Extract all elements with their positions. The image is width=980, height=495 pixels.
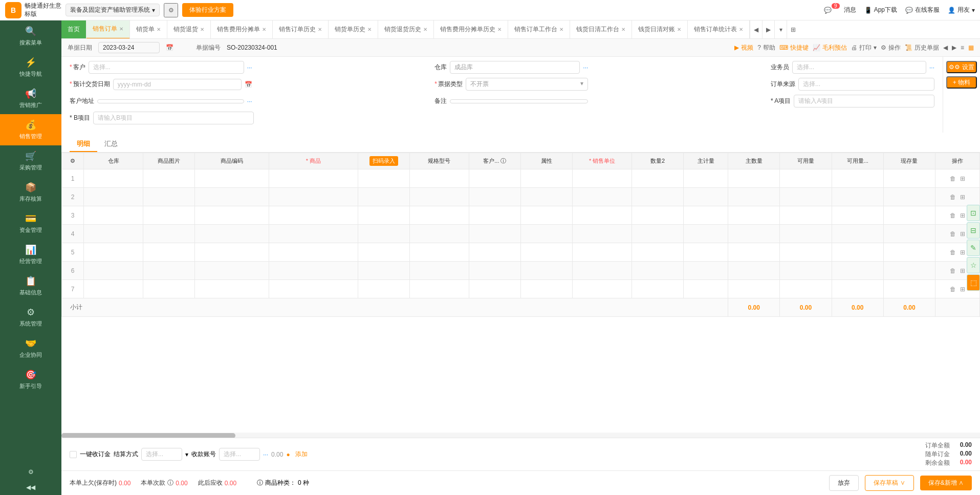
tab-close-goods-history[interactable]: ✕ bbox=[367, 27, 372, 32]
b-project-input[interactable]: 请输入B项目 bbox=[93, 112, 254, 124]
sidebar-item-system[interactable]: ⚙ 系统管理 bbox=[0, 302, 61, 333]
tab-close-sales-goods[interactable]: ✕ bbox=[157, 27, 161, 32]
row-delete-icon[interactable]: 🗑 bbox=[950, 193, 956, 201]
remark-input[interactable] bbox=[450, 99, 588, 103]
trial-button[interactable]: 体验行业方案 bbox=[182, 3, 233, 17]
tab-next-btn[interactable]: ▶ bbox=[762, 20, 774, 39]
salesperson-ellipsis[interactable]: ··· bbox=[929, 64, 934, 71]
help-btn[interactable]: ? 帮助 bbox=[757, 44, 775, 52]
account-select[interactable]: 选择... bbox=[219, 448, 260, 461]
warehouse-input[interactable]: 成品库 bbox=[450, 61, 580, 74]
row-copy-icon[interactable]: ⊞ bbox=[960, 286, 965, 293]
app-download-button[interactable]: 📱 App下载 bbox=[864, 6, 897, 14]
row-delete-icon[interactable]: 🗑 bbox=[950, 267, 956, 274]
tab-order-workbench[interactable]: 销售订单工作台 ✕ bbox=[508, 20, 570, 39]
float-btn-1[interactable]: ⊡ bbox=[967, 205, 980, 221]
next-record-btn[interactable]: ▶ bbox=[952, 44, 956, 51]
tab-close-stats[interactable]: ✕ bbox=[739, 27, 743, 32]
tab-close-expense-split[interactable]: ✕ bbox=[262, 27, 266, 32]
sub-tab-detail[interactable]: 明细 bbox=[70, 137, 97, 152]
message-button[interactable]: 💬 9 消息 bbox=[824, 6, 856, 14]
sidebar-settings-btn[interactable]: ⚙ bbox=[0, 464, 61, 480]
tab-daily-workbench[interactable]: 钱货日清工作台 ✕ bbox=[570, 20, 632, 39]
row-delete-icon[interactable]: 🗑 bbox=[950, 212, 956, 219]
row-copy-icon[interactable]: ⊞ bbox=[960, 175, 965, 182]
row-delete-icon[interactable]: 🗑 bbox=[950, 249, 956, 256]
tab-menu-btn[interactable]: ▾ bbox=[774, 20, 787, 39]
sidebar-collapse-btn[interactable]: ◀◀ bbox=[0, 480, 61, 495]
tab-close-order-workbench[interactable]: ✕ bbox=[559, 27, 563, 32]
invoice-select[interactable]: 不开票 ▾ bbox=[466, 78, 588, 91]
a-project-input[interactable]: 请输入A项目 bbox=[794, 95, 934, 107]
system-name-selector[interactable]: 装备及固定资产辅助管理系统 ▾ bbox=[66, 4, 160, 16]
tab-daily-reconcile[interactable]: 钱货日清对账 ✕ bbox=[632, 20, 688, 39]
sidebar-item-purchase[interactable]: 🛒 采购管理 bbox=[0, 145, 61, 177]
scan-button[interactable]: 扫码录入 bbox=[369, 156, 398, 166]
row-copy-icon[interactable]: ⊞ bbox=[960, 249, 965, 256]
settings-panel-btn[interactable]: ⚙ ⚙ 设置 bbox=[946, 61, 977, 73]
sidebar-item-sales[interactable]: 💰 销售管理 bbox=[0, 114, 61, 145]
sidebar-item-basic[interactable]: 📋 基础信息 bbox=[0, 270, 61, 302]
tab-close-daily-workbench[interactable]: ✕ bbox=[621, 27, 625, 32]
sub-tab-summary[interactable]: 汇总 bbox=[97, 137, 125, 152]
row-copy-icon[interactable]: ⊞ bbox=[960, 193, 965, 201]
horizontal-scrollbar[interactable] bbox=[61, 433, 980, 438]
tab-close-daily-reconcile[interactable]: ✕ bbox=[677, 27, 681, 32]
add-material-btn[interactable]: + 物料 bbox=[946, 76, 977, 89]
calendar-icon[interactable]: 📅 bbox=[166, 44, 173, 51]
row-delete-icon[interactable]: 🗑 bbox=[950, 286, 956, 293]
tab-close-expense-history[interactable]: ✕ bbox=[497, 27, 502, 32]
profit-btn[interactable]: 📈 毛利预估 bbox=[813, 44, 847, 52]
tab-expense-history[interactable]: 销售费用分摊单历史 ✕ bbox=[434, 20, 508, 39]
warehouse-ellipsis[interactable]: ··· bbox=[583, 64, 588, 71]
tab-maximize-btn[interactable]: ⊞ bbox=[787, 20, 799, 39]
tile-view-btn[interactable]: ▦ bbox=[968, 44, 974, 51]
salesperson-input[interactable]: 选择... bbox=[792, 61, 926, 74]
row-copy-icon[interactable]: ⊞ bbox=[960, 230, 965, 238]
tab-close-order-history[interactable]: ✕ bbox=[318, 27, 322, 32]
tab-close-return-history[interactable]: ✕ bbox=[423, 27, 427, 32]
float-btn-4[interactable]: ☆ bbox=[967, 257, 980, 273]
row-copy-icon[interactable]: ⊞ bbox=[960, 212, 965, 219]
tab-return-history[interactable]: 销货退货历史 ✕ bbox=[378, 20, 434, 39]
date-input[interactable]: 2023-03-24 bbox=[98, 42, 160, 53]
print-btn[interactable]: 🖨 打印 ▾ bbox=[851, 44, 877, 52]
operate-btn[interactable]: ⚙ 操作 bbox=[881, 44, 901, 52]
sidebar-item-ops[interactable]: 📊 经营管理 bbox=[0, 239, 61, 270]
customer-input[interactable]: 选择... bbox=[89, 61, 244, 74]
settings-icon[interactable]: ⚙ bbox=[164, 3, 178, 17]
sidebar-item-collab[interactable]: 🤝 企业协同 bbox=[0, 333, 61, 364]
save-draft-button[interactable]: 保存草稿 ∨ bbox=[865, 475, 913, 491]
sidebar-item-guide[interactable]: 🎯 新手引导 bbox=[0, 364, 61, 395]
tab-prev-btn[interactable]: ◀ bbox=[750, 20, 762, 39]
row-copy-icon[interactable]: ⊞ bbox=[960, 267, 965, 274]
add-payment-btn[interactable]: 添加 bbox=[295, 450, 308, 459]
tab-close-sales-order[interactable]: ✕ bbox=[119, 26, 123, 32]
sidebar-item-inventory[interactable]: 📦 库存核算 bbox=[0, 177, 61, 208]
tab-order-history[interactable]: 销售订单历史 ✕ bbox=[273, 20, 329, 39]
float-btn-3[interactable]: ✎ bbox=[967, 240, 980, 256]
float-btn-5[interactable]: ⬚ bbox=[967, 274, 980, 291]
col-settings[interactable]: ⚙ bbox=[62, 153, 84, 169]
online-service-button[interactable]: 💬 在线客服 bbox=[905, 6, 940, 14]
address-input[interactable] bbox=[97, 99, 244, 103]
address-ellipsis[interactable]: ··· bbox=[247, 98, 252, 105]
order-source-input[interactable]: 选择... bbox=[798, 78, 934, 91]
sidebar-item-marketing[interactable]: 📢 营销推广 bbox=[0, 83, 61, 114]
tab-close-sales-return[interactable]: ✕ bbox=[200, 27, 204, 32]
tab-stats[interactable]: 销售订单统计表 ✕ bbox=[688, 20, 750, 39]
account-ellipsis[interactable]: ··· bbox=[263, 451, 268, 458]
view-video-btn[interactable]: ▶ 视频 bbox=[734, 44, 753, 52]
tab-expense-split[interactable]: 销售费用分摊单 ✕ bbox=[211, 20, 273, 39]
row-delete-icon[interactable]: 🗑 bbox=[950, 175, 956, 182]
customer-ellipsis[interactable]: ··· bbox=[247, 64, 252, 71]
float-btn-2[interactable]: ⊟ bbox=[967, 222, 980, 239]
sidebar-item-nav[interactable]: ⚡ 快捷导航 bbox=[0, 52, 61, 83]
delivery-calendar-icon[interactable]: 📅 bbox=[245, 81, 252, 88]
discard-button[interactable]: 放弃 bbox=[829, 475, 859, 491]
delivery-input[interactable]: yyyy-mm-dd bbox=[113, 79, 242, 90]
shortcut-btn[interactable]: ⌨ 快捷键 bbox=[779, 44, 809, 52]
sidebar-item-finance[interactable]: 💳 资金管理 bbox=[0, 208, 61, 239]
tab-sales-return[interactable]: 销货退货 ✕ bbox=[167, 20, 211, 39]
user-menu[interactable]: 👤 用友 ▾ bbox=[948, 6, 975, 14]
